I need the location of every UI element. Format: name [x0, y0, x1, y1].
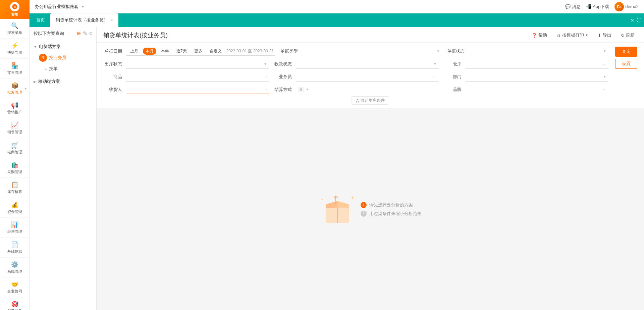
sidebar-label-search-menu: 搜索菜单	[7, 30, 22, 35]
doc-type-control[interactable]: ▼	[302, 47, 442, 56]
sidebar-item-purchase[interactable]: 🛍️ 采购管理	[0, 158, 29, 178]
filter-row-3: 商品 ··· 业务员 ··· 部门	[103, 72, 608, 82]
consignee-label: 收货人	[103, 87, 122, 93]
tab-sales-stats[interactable]: 销货单统计表（按业务员） ✕	[50, 13, 118, 27]
out-status-arrow: ▼	[264, 62, 267, 66]
print-btn[interactable]: 🖨 按模板打印 ▼	[554, 31, 591, 40]
mobile-section-arrow: ▶	[34, 80, 36, 84]
date-btn-7days[interactable]: 近7天	[174, 48, 190, 55]
date-btn-this-month[interactable]: 本月	[143, 48, 156, 55]
tab-home[interactable]: 首页	[31, 13, 50, 27]
date-range-display: 2023-03-01 至 2023-03-31	[226, 48, 274, 54]
mobile-section: ▶ 移动端方案	[30, 75, 96, 88]
consignee-control[interactable]: ···	[126, 85, 269, 94]
query-button[interactable]: 查询	[615, 47, 637, 57]
sidebar-item-newbie[interactable]: 🎯 新手引导	[0, 297, 29, 310]
collapse-icon: ⋀	[356, 98, 359, 103]
collapse-label: 收起更多条件	[361, 98, 385, 103]
refresh-btn[interactable]: ↻ 刷新	[618, 31, 637, 40]
doc-status-control[interactable]: ▼	[469, 47, 608, 56]
set-button[interactable]: 设置	[615, 59, 637, 69]
sidebar-item-retail[interactable]: 🏪 零售管理	[0, 59, 29, 79]
operations-icon: 📊	[11, 221, 18, 228]
warehouse-label: 仓库	[443, 61, 462, 67]
sidebar-item-inventory[interactable]: 📋 库存核算	[0, 178, 29, 198]
panel-item-by-salesman[interactable]: 按 按业务员	[30, 52, 96, 64]
payment-status-control[interactable]: ▼	[296, 59, 439, 69]
date-btn-more[interactable]: 更多	[192, 48, 205, 55]
sidebar-item-system[interactable]: ⚙️ 系统管理	[0, 258, 29, 277]
content-area: 按以下方案查询 ⊕ ✎ « ▼ 电脑端方案 按 按业务员 ≡ 按	[30, 27, 644, 310]
tab-close-icon[interactable]: ✕	[110, 18, 113, 22]
date-btn-last-month[interactable]: 上月	[127, 48, 141, 55]
edit-scheme-btn[interactable]: ✎	[83, 30, 87, 37]
sidebar-item-marketing[interactable]: 📢 营销推广	[0, 98, 29, 118]
topbar-right: 💬 消息 📲 App下载 Ea demo2	[565, 2, 639, 11]
enterprise-icon: 🤝	[11, 281, 18, 288]
pc-section-header[interactable]: ▼ 电脑端方案	[30, 42, 96, 52]
sidebar-label-ecommerce: 电商管理	[7, 150, 22, 154]
page-title: 销货单统计表(按业务员)	[103, 31, 168, 39]
tab-expand-icon[interactable]: ⛶	[637, 18, 641, 23]
retail-icon: 🏪	[11, 62, 18, 69]
active-item-dot: 按	[39, 54, 47, 62]
sidebar-item-operations[interactable]: 📊 经营管理	[0, 218, 29, 238]
add-scheme-btn[interactable]: ⊕	[76, 30, 81, 37]
user-profile[interactable]: Ea demo2	[614, 2, 639, 11]
collapse-bar: ⋀ 收起更多条件	[97, 94, 644, 108]
home-tab-label: 首页	[36, 17, 45, 23]
collapse-panel-btn[interactable]: «	[89, 30, 92, 37]
sidebar-item-basic-info[interactable]: 📄 基础信息	[0, 238, 29, 257]
print-dropdown-icon: ▼	[585, 34, 588, 37]
svg-point-4	[322, 199, 323, 200]
topbar: 办公用品行业模拟账套 ▼ 💬 消息 📲 App下载 Ea demo2	[30, 0, 644, 13]
by-salesman-label: 按业务员	[49, 55, 66, 61]
help-label: 帮助	[538, 32, 547, 38]
help-btn[interactable]: ❓ 帮助	[529, 31, 550, 40]
sidebar-item-finance[interactable]: 💰 资金管理	[0, 198, 29, 218]
sidebar-item-ecommerce[interactable]: 🛒 电商管理	[0, 138, 29, 158]
settlement-control[interactable]: × ▼	[296, 85, 439, 94]
warehouse-control[interactable]: ···	[466, 59, 608, 69]
sidebar-item-quick-nav[interactable]: ⚡ 快捷导航	[0, 39, 29, 58]
message-btn[interactable]: 💬 消息	[565, 4, 581, 10]
date-filter-control[interactable]: 上月 本月 本年 近7天 更多 自定义 2023-03-01 至 2023-03…	[126, 47, 275, 56]
collapse-btn[interactable]: ⋀ 收起更多条件	[352, 96, 389, 105]
out-status-label: 出库状态	[103, 61, 122, 67]
sidebar-label-system: 系统管理	[7, 269, 22, 274]
sidebar-item-enterprise[interactable]: 🤝 企业协同	[0, 277, 29, 297]
panel-sub-item-by-doc[interactable]: ≡ 按单	[30, 64, 96, 74]
page-actions: ❓ 帮助 🖨 按模板打印 ▼ ⬇ 导出 ↻ 刷新	[529, 31, 637, 40]
message-label: 消息	[572, 4, 581, 10]
svg-point-6	[351, 210, 352, 211]
out-status-control[interactable]: ▼	[126, 59, 269, 69]
inventory-icon: 📋	[11, 181, 18, 189]
warehouse-dots: ···	[603, 61, 606, 66]
date-btn-this-year[interactable]: 本年	[158, 48, 172, 55]
sidebar-label-sales: 销售管理	[7, 130, 22, 134]
topbar-dropdown-icon[interactable]: ▼	[81, 5, 85, 8]
app-download-btn[interactable]: 📲 App下载	[586, 4, 609, 10]
brand-control[interactable]: ···	[466, 85, 608, 94]
salesman-control[interactable]: ···	[296, 72, 439, 82]
sidebar-label-inventory: 库存核算	[7, 189, 22, 194]
mobile-section-header[interactable]: ▶ 移动端方案	[30, 76, 96, 87]
right-content: 销货单统计表(按业务员) ❓ 帮助 🖨 按模板打印 ▼ ⬇ 导出	[97, 27, 644, 310]
sidebar-item-sales[interactable]: 📈 销售管理	[0, 118, 29, 138]
dept-control[interactable]: ▼	[466, 72, 608, 82]
salesman-label: 业务员	[273, 74, 292, 80]
payment-status-arrow: ▼	[433, 62, 437, 66]
search-menu-icon: 🔍	[11, 22, 18, 30]
export-btn[interactable]: ⬇ 导出	[595, 31, 614, 40]
tab-close-all-icon[interactable]: ✕	[631, 18, 634, 23]
goods-label: 商品	[103, 74, 122, 80]
ecommerce-icon: 🛒	[11, 142, 18, 149]
sidebar-item-wholesale[interactable]: 📦 批发管理	[0, 79, 29, 98]
goods-control[interactable]: ···	[126, 72, 269, 82]
sidebar-item-search-menu[interactable]: 🔍 搜索菜单	[0, 19, 29, 39]
pc-section: ▼ 电脑端方案 按 按业务员 ≡ 按单	[30, 40, 96, 75]
date-label: 单据日期	[103, 48, 122, 54]
settlement-tag-close[interactable]: ×	[300, 87, 302, 92]
date-btn-custom[interactable]: 自定义	[207, 48, 224, 55]
dept-label: 部门	[443, 74, 462, 80]
